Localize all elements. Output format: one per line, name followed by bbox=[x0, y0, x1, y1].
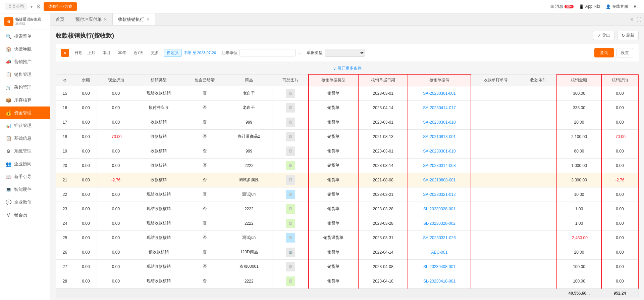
doc-no-link[interactable]: ABC-001 bbox=[431, 250, 448, 255]
date-more[interactable]: 更多 bbox=[148, 49, 162, 56]
sidebar-item-sales[interactable]: 📋 销售管理 bbox=[0, 68, 50, 81]
cell-doc-type: 销货单 bbox=[309, 144, 358, 158]
date-this-month[interactable]: 本月 bbox=[100, 49, 113, 56]
cell-doc-no[interactable]: SA-20230314-008 bbox=[408, 158, 471, 173]
cell-doc-no[interactable]: SA-20230321-012 bbox=[408, 187, 471, 202]
cell-doc-no[interactable]: SA-20230331-026 bbox=[408, 230, 471, 245]
sidebar-item-marketing[interactable]: 📣 营销推广 bbox=[0, 55, 50, 68]
sidebar-item-inventory[interactable]: 📦 库存核算 bbox=[0, 94, 50, 106]
expand-more-bar[interactable]: ∨ 展开更多条件 bbox=[333, 66, 362, 71]
sidebar-item-operation[interactable]: 📊 经营管理 bbox=[0, 119, 50, 132]
cell-id: 17 bbox=[56, 115, 74, 129]
setting-button[interactable]: 设置 bbox=[616, 48, 633, 57]
sidebar-item-member[interactable]: V 畅会员 bbox=[0, 209, 50, 221]
sidebar-item-purchase[interactable]: 🛒 采购管理 bbox=[0, 81, 50, 94]
company-name[interactable]: 某某公司 bbox=[5, 3, 27, 10]
refresh-button[interactable]: ↻ 刷新 bbox=[617, 31, 639, 40]
cell-doc-no[interactable]: SA-20230414-017 bbox=[408, 100, 471, 115]
cell-doc-no[interactable]: SL-20230408-001 bbox=[408, 259, 471, 274]
solution-button[interactable]: 体验行业方案 bbox=[44, 2, 77, 11]
sidebar-item-hardware[interactable]: 💻 智能硬件 bbox=[0, 183, 50, 196]
doc-no-link[interactable]: SA-20230314-008 bbox=[423, 163, 455, 168]
tab-writeoff-close-icon[interactable]: ✕ bbox=[146, 17, 150, 22]
user-info[interactable]: Rit bbox=[634, 4, 639, 9]
doc-no-link[interactable]: SA-20230301-010 bbox=[423, 120, 455, 125]
marketing-icon: 📣 bbox=[5, 59, 11, 65]
sidebar-item-guide[interactable]: 📖 新手引导 bbox=[0, 170, 50, 183]
cell-doc-no[interactable]: SA-20210808-001 bbox=[408, 173, 471, 187]
dropdown-arrow-icon[interactable]: ▼ bbox=[30, 4, 34, 9]
page-content: 收款核销执行(按收款) ↗ 导出 ↻ 刷新 » 日期 上月 bbox=[50, 26, 644, 300]
date-last-month[interactable]: 上月 bbox=[85, 49, 98, 56]
export-label: 导出 bbox=[602, 33, 610, 38]
cell-doc-no[interactable]: SL-20230418-001 bbox=[408, 274, 471, 288]
doc-no-link[interactable]: SL-20230328-001 bbox=[423, 207, 455, 211]
messages-item[interactable]: ✉ 消息 99+ bbox=[550, 4, 574, 9]
sidebar-item-search-menu[interactable]: 🔍 搜索菜单 bbox=[0, 30, 50, 43]
date-custom[interactable]: 自定义 bbox=[164, 49, 182, 57]
cell-amount: 333.00 bbox=[557, 100, 601, 115]
cell-doc-no[interactable]: SA-20230301-010 bbox=[408, 115, 471, 129]
cell-doc-type: 销货单 bbox=[309, 129, 358, 144]
cell-balance: 0.00 bbox=[74, 187, 98, 202]
cell-doc-no[interactable]: SA-20210813-001 bbox=[408, 129, 471, 144]
cell-discount: 0.00 bbox=[601, 216, 638, 230]
tab-writeoff[interactable]: 收款核销执行 ✕ bbox=[113, 13, 155, 25]
app-download-item[interactable]: 📱 App下载 bbox=[579, 4, 600, 9]
tab-close-all-icon[interactable]: ✕ bbox=[630, 17, 634, 22]
sidebar-item-enterprise[interactable]: 👥 企业协同 bbox=[0, 158, 50, 170]
tab-home[interactable]: 首页 bbox=[50, 13, 70, 25]
sidebar-item-system[interactable]: ⚙ 系统管理 bbox=[0, 145, 50, 158]
cell-payment-terms bbox=[520, 259, 557, 274]
doc-no-link[interactable]: SA-20230321-012 bbox=[423, 192, 455, 197]
sidebar-item-finance[interactable]: 💰 资金管理 bbox=[0, 106, 50, 119]
doc-no-link[interactable]: SL-20230408-001 bbox=[423, 264, 455, 269]
cell-order-no bbox=[471, 230, 520, 245]
sidebar-label-enterprise: 企业协同 bbox=[14, 161, 32, 167]
cell-amount: 1.00 bbox=[557, 202, 601, 216]
online-service-item[interactable]: 👤 在线客服 bbox=[606, 4, 628, 9]
cell-doc-no[interactable]: SL-20230328-001 bbox=[408, 202, 471, 216]
tab-prepay-close-icon[interactable]: ✕ bbox=[104, 17, 107, 22]
th-settings[interactable]: ⚙ bbox=[56, 74, 74, 86]
date-last7[interactable]: 近7天 bbox=[131, 49, 147, 56]
doc-no-link[interactable]: SA-20210813-001 bbox=[423, 134, 455, 139]
cell-type: 收款核销 bbox=[134, 115, 183, 129]
counterpart-label: 往来单位 bbox=[221, 50, 237, 56]
doc-no-link[interactable]: SA-20230301-001 bbox=[423, 91, 455, 96]
counterpart-input[interactable] bbox=[239, 49, 296, 56]
export-button[interactable]: ↗ 导出 bbox=[593, 31, 614, 40]
tab-prepay[interactable]: 预付冲应付单 ✕ bbox=[70, 13, 113, 25]
cell-payment-terms bbox=[520, 86, 557, 100]
date-this-year[interactable]: 本年 bbox=[115, 49, 129, 56]
tab-expand-icon[interactable]: ⛶ bbox=[637, 17, 641, 22]
doc-no-link[interactable]: SL-20230328-002 bbox=[423, 221, 455, 226]
doc-no-link[interactable]: SA-20210808-001 bbox=[423, 178, 455, 182]
footer-amount-total: 40,556,66... bbox=[557, 288, 601, 298]
cell-balance: 0.00 bbox=[74, 86, 98, 100]
cell-type: 现结收款核销 bbox=[134, 202, 183, 216]
doc-no-link[interactable]: SL-20230418-001 bbox=[423, 279, 455, 284]
query-button[interactable]: 查询 bbox=[594, 48, 614, 57]
settings-icon[interactable]: ⚙ bbox=[36, 3, 41, 10]
cell-discount: 0.00 bbox=[601, 115, 638, 129]
cell-doc-no[interactable]: SL-20230328-002 bbox=[408, 216, 471, 230]
doc-type-select[interactable] bbox=[325, 49, 365, 57]
cell-type: 现结收款核销 bbox=[134, 230, 183, 245]
counterpart-dots[interactable]: ... bbox=[298, 50, 301, 55]
cell-goods: 测试jun bbox=[226, 187, 272, 202]
sidebar-item-basic-info[interactable]: 📋 基础信息 bbox=[0, 132, 50, 145]
th-goods: 商品 bbox=[226, 74, 272, 86]
filter-collapse-btn[interactable]: » bbox=[61, 49, 69, 57]
cell-doc-no[interactable]: SA-20230301-001 bbox=[408, 86, 471, 100]
doc-no-link[interactable]: SA-20230301-010 bbox=[423, 149, 455, 154]
date-filter-label: 日期 bbox=[74, 50, 83, 56]
cell-doc-no[interactable]: ABC-001 bbox=[408, 245, 471, 259]
sidebar-item-quick-nav[interactable]: 🏠 快捷导航 bbox=[0, 43, 50, 55]
message-icon: ✉ bbox=[550, 4, 554, 9]
doc-no-link[interactable]: SA-20230331-026 bbox=[423, 235, 455, 240]
cell-amount: -2,430.00 bbox=[557, 230, 601, 245]
sidebar-item-wechat[interactable]: 💬 企业微信 bbox=[0, 196, 50, 209]
doc-no-link[interactable]: SA-20230414-017 bbox=[423, 105, 455, 110]
cell-doc-no[interactable]: SA-20230301-010 bbox=[408, 144, 471, 158]
